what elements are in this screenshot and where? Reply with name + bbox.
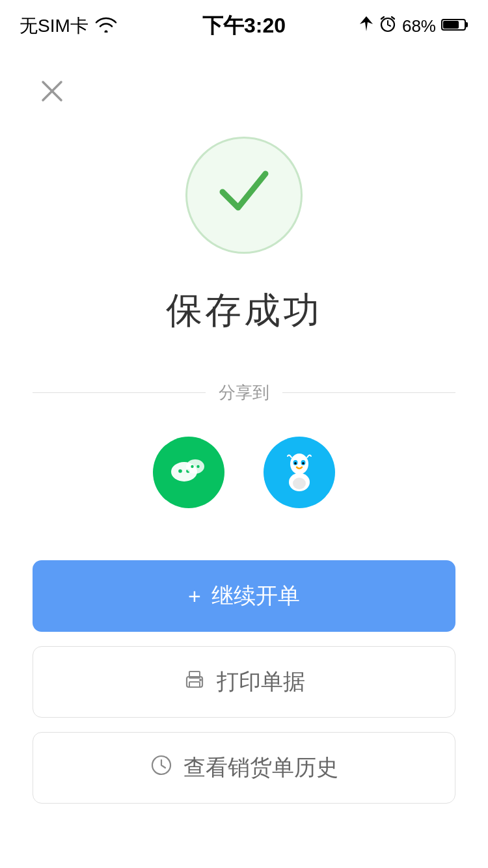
svg-point-22 — [199, 679, 202, 681]
wifi-icon — [95, 16, 117, 37]
status-bar: 无SIM卡 下午3:20 68% — [0, 0, 488, 52]
close-button[interactable] — [33, 72, 72, 111]
status-right: 68% — [359, 15, 468, 38]
action-buttons: + 继续开单 打印单据 查看销货单历史 — [33, 560, 455, 804]
history-button[interactable]: 查看销货单历史 — [33, 732, 455, 804]
success-checkmark — [215, 165, 273, 226]
continue-label: 继续开单 — [211, 581, 300, 611]
svg-rect-2 — [465, 22, 468, 27]
continue-icon: + — [188, 584, 201, 609]
svg-point-11 — [197, 465, 199, 468]
carrier-text: 无SIM卡 — [20, 14, 88, 38]
svg-rect-21 — [189, 682, 200, 687]
alarm-icon — [379, 15, 397, 38]
close-button-area[interactable] — [33, 52, 455, 137]
svg-point-7 — [178, 469, 182, 473]
svg-point-9 — [186, 459, 204, 474]
divider-line-left — [33, 392, 206, 393]
print-label: 打印单据 — [217, 667, 305, 697]
share-wechat-button[interactable] — [153, 437, 224, 508]
battery-percent: 68% — [402, 16, 436, 36]
print-icon — [183, 668, 206, 696]
svg-rect-3 — [443, 21, 459, 29]
main-content: 保存成功 分享到 — [0, 52, 488, 868]
share-divider: 分享到 — [33, 381, 455, 404]
svg-point-14 — [294, 462, 297, 465]
status-time: 下午3:20 — [202, 12, 286, 40]
history-icon — [150, 753, 173, 782]
svg-point-12 — [290, 454, 308, 474]
success-title: 保存成功 — [166, 286, 322, 336]
share-qq-button[interactable] — [264, 437, 335, 508]
share-label: 分享到 — [219, 381, 269, 404]
svg-point-16 — [302, 462, 305, 465]
location-icon — [359, 16, 373, 37]
battery-icon — [441, 16, 468, 36]
svg-point-10 — [191, 465, 193, 468]
svg-point-18 — [293, 478, 306, 489]
divider-line-right — [282, 392, 455, 393]
status-left: 无SIM卡 — [20, 14, 117, 38]
success-circle — [185, 137, 303, 254]
share-row — [153, 437, 335, 508]
print-button[interactable]: 打印单据 — [33, 646, 455, 718]
history-label: 查看销货单历史 — [183, 753, 338, 783]
continue-button[interactable]: + 继续开单 — [33, 560, 455, 632]
